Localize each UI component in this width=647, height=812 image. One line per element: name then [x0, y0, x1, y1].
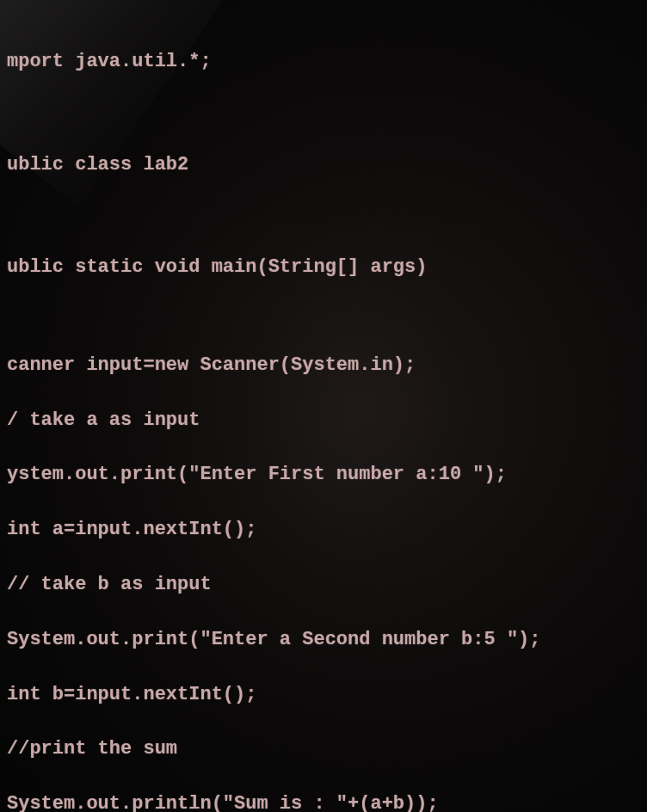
code-line: System.out.println("Sum is : "+(a+b));: [7, 790, 647, 812]
code-line: [7, 314, 647, 324]
code-line: mport java.util.*;: [7, 43, 647, 81]
code-line: ublic class lab2: [7, 146, 647, 184]
code-line: ublic static void main(String[] args): [7, 249, 647, 286]
code-line: int a=input.nextInt();: [7, 516, 647, 544]
code-line: canner input=new Scanner(System.in);: [7, 352, 647, 379]
code-line: / take a as input: [7, 407, 647, 434]
code-line: // take b as input: [7, 571, 647, 599]
code-line: //print the sum: [7, 735, 647, 763]
code-line: ystem.out.print("Enter First number a:10…: [7, 461, 647, 489]
code-line: int b=input.nextInt();: [7, 681, 647, 709]
code-line: [7, 211, 647, 221]
code-line: System.out.print("Enter a Second number …: [7, 626, 647, 654]
code-editor[interactable]: mport java.util.*; ublic class lab2 ubli…: [7, 15, 647, 812]
code-line: [7, 108, 647, 119]
